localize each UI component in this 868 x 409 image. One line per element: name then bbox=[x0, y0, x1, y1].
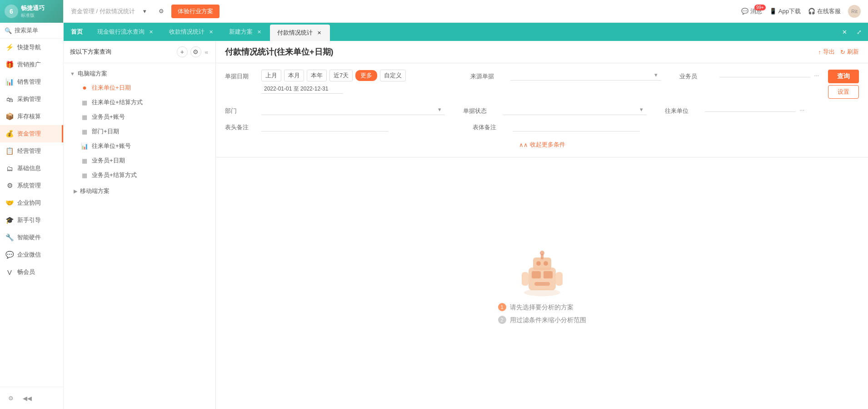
voucher-status-select[interactable]: ▾ bbox=[503, 104, 647, 115]
date-range-input[interactable] bbox=[261, 84, 343, 94]
partner-more-btn[interactable]: ··· bbox=[799, 106, 804, 113]
scheme-item-staff-date[interactable]: ▦ 业务员+日期 bbox=[70, 153, 209, 168]
collapse-more-btn[interactable]: ∧∧ 收起更多条件 bbox=[225, 137, 859, 151]
sidebar-search[interactable]: 🔍 搜索菜单 bbox=[0, 23, 63, 39]
wechat-icon: 💬 bbox=[5, 251, 14, 259]
scheme-item-label: 往来单位+结算方式 bbox=[92, 98, 143, 106]
left-panel-collapse-btn[interactable]: « bbox=[204, 48, 209, 56]
query-button[interactable]: 查询 bbox=[828, 70, 859, 83]
sidebar-item-sales[interactable]: 📊 销售管理 bbox=[0, 73, 63, 91]
breadcrumb-dropdown[interactable]: ▾ bbox=[139, 5, 151, 18]
desktop-scheme-items: ● 往来单位+日期 ▦ 往来单位+结算方式 ▦ 业务员+账号 ▦ bbox=[70, 81, 209, 182]
chevron-up-icon: ∧∧ bbox=[519, 141, 528, 148]
date-btn-last-month[interactable]: 上月 bbox=[261, 70, 281, 81]
staff-select[interactable] bbox=[719, 73, 810, 77]
header-note-input[interactable] bbox=[261, 121, 389, 131]
header-gear-btn[interactable]: ⚙ bbox=[155, 5, 168, 18]
voucher-status-dropdown-icon: ▾ bbox=[640, 106, 643, 113]
mobile-expand-icon: ▶ bbox=[74, 188, 77, 194]
mobile-group-header[interactable]: ▶ 移动端方案 bbox=[70, 184, 209, 198]
export-btn[interactable]: ↑ 导出 bbox=[818, 48, 835, 56]
sidebar-item-hardware[interactable]: 🔧 智能硬件 bbox=[0, 229, 63, 246]
date-btn-last-7days[interactable]: 近7天 bbox=[329, 70, 353, 81]
dept-select[interactable]: ▾ bbox=[261, 104, 445, 115]
svg-rect-7 bbox=[533, 258, 551, 270]
sidebar-item-marketing[interactable]: 🎁 营销推广 bbox=[0, 56, 63, 73]
scheme-item-dept-date[interactable]: ▦ 部门+日期 bbox=[70, 124, 209, 139]
tab-home[interactable]: 首页 bbox=[64, 23, 90, 41]
sidebar-item-label: 营销推广 bbox=[17, 61, 41, 69]
user-profile[interactable]: Rit bbox=[848, 5, 861, 18]
scheme-item-partner-account[interactable]: 📊 往来单位+账号 bbox=[70, 139, 209, 153]
tab-fullscreen[interactable]: ⤢ bbox=[853, 26, 864, 37]
sidebar-item-quick-nav[interactable]: ⚡ 快捷导航 bbox=[0, 39, 63, 56]
sidebar-item-finance[interactable]: 💰 资金管理 bbox=[0, 125, 63, 142]
scheme-group-mobile: ▶ 移动端方案 bbox=[70, 184, 209, 198]
partner-select[interactable] bbox=[705, 108, 796, 112]
main-area: 资金管理 / 付款情况统计 ▾ ⚙ 体验行业方案 💬 消息 99+ 📱 App下… bbox=[64, 0, 868, 409]
sidebar-item-basic[interactable]: 🗂 基础信息 bbox=[0, 160, 63, 177]
left-panel-actions: + ⚙ « bbox=[177, 46, 209, 57]
sidebar-footer-settings[interactable]: ⚙ bbox=[5, 392, 17, 404]
staff-more-btn[interactable]: ··· bbox=[814, 72, 819, 79]
scheme-item-staff-account[interactable]: ▦ 业务员+账号 bbox=[70, 110, 209, 124]
member-icon: V bbox=[5, 268, 14, 276]
tab-payments-close[interactable]: ✕ bbox=[315, 29, 323, 36]
dept-label: 部门 bbox=[225, 104, 261, 115]
date-btn-custom[interactable]: 自定义 bbox=[380, 70, 406, 81]
filter-settings-btn[interactable]: 设置 bbox=[828, 85, 859, 99]
tab-cash-flow-close[interactable]: ✕ bbox=[147, 28, 155, 35]
tab-close-all[interactable]: ✕ bbox=[839, 26, 850, 37]
sidebar-item-purchase[interactable]: 🛍 采购管理 bbox=[0, 91, 63, 108]
sidebar-item-guide[interactable]: 🎓 新手引导 bbox=[0, 212, 63, 229]
scheme-item-staff-settlement[interactable]: ▦ 业务员+结算方式 bbox=[70, 168, 209, 182]
sidebar-item-member[interactable]: V 畅会员 bbox=[0, 263, 63, 281]
date-btn-this-year[interactable]: 本年 bbox=[307, 70, 327, 81]
export-label: 导出 bbox=[823, 48, 835, 56]
enterprise-icon: 🤝 bbox=[5, 199, 14, 207]
partner-settlement-icon: ▦ bbox=[81, 99, 88, 106]
scheme-item-partner-settlement[interactable]: ▦ 往来单位+结算方式 bbox=[70, 95, 209, 110]
sidebar-item-label: 基础信息 bbox=[17, 164, 41, 172]
scheme-settings-btn[interactable]: ⚙ bbox=[190, 46, 201, 57]
body-note-input[interactable] bbox=[513, 121, 640, 131]
tab-new-scheme-close[interactable]: ✕ bbox=[255, 28, 263, 35]
staff-date-icon: ▦ bbox=[81, 157, 88, 164]
date-btn-more[interactable]: 更多 bbox=[355, 70, 377, 81]
app-download-btn[interactable]: 📱 App下载 bbox=[769, 7, 801, 15]
empty-illustration bbox=[513, 240, 572, 301]
trial-button[interactable]: 体验行业方案 bbox=[171, 5, 219, 18]
source-select[interactable]: ▾ bbox=[510, 70, 661, 81]
notifications-btn[interactable]: 💬 消息 99+ bbox=[741, 7, 762, 15]
online-service-btn[interactable]: 🎧 在线客服 bbox=[808, 7, 841, 15]
date-btn-this-month[interactable]: 本月 bbox=[284, 70, 304, 81]
tab-receipts[interactable]: 收款情况统计 ✕ bbox=[162, 23, 222, 41]
sidebar: 6 畅捷通巧 标准版 🔍 搜索菜单 ⚡ 快捷导航 🎁 营销推广 📊 销售管理 🛍… bbox=[0, 0, 64, 409]
scheme-item-partner-date[interactable]: ● 往来单位+日期 bbox=[70, 81, 209, 95]
sidebar-footer-collapse[interactable]: ◀◀ bbox=[21, 392, 34, 404]
marketing-icon: 🎁 bbox=[5, 61, 14, 69]
add-scheme-btn[interactable]: + bbox=[177, 46, 188, 57]
sidebar-nav: ⚡ 快捷导航 🎁 营销推广 📊 销售管理 🛍 采购管理 📦 库存核算 💰 资金管… bbox=[0, 39, 63, 387]
sidebar-item-label: 销售管理 bbox=[17, 78, 41, 86]
tab-cash-flow[interactable]: 现金银行流水查询 ✕ bbox=[90, 23, 162, 41]
quick-nav-icon: ⚡ bbox=[5, 43, 14, 51]
refresh-icon: ↻ bbox=[840, 49, 845, 56]
sidebar-item-label: 采购管理 bbox=[17, 95, 41, 103]
sidebar-footer: ⚙ ◀◀ bbox=[0, 387, 63, 409]
desktop-group-header[interactable]: ▼ 电脑端方案 bbox=[70, 67, 209, 81]
notifications-badge: 99+ bbox=[754, 5, 766, 10]
filter-area: 单据日期 上月 本月 本年 近7天 更多 自定义 来源单据 bbox=[216, 63, 868, 157]
sidebar-item-wechat[interactable]: 💬 企业微信 bbox=[0, 246, 63, 263]
tab-receipts-close[interactable]: ✕ bbox=[207, 28, 215, 35]
sidebar-item-operation[interactable]: 📋 经营管理 bbox=[0, 142, 63, 160]
staff-account-icon: ▦ bbox=[81, 113, 88, 121]
tab-new-scheme[interactable]: 新建方案 ✕ bbox=[222, 23, 270, 41]
sidebar-item-enterprise[interactable]: 🤝 企业协同 bbox=[0, 194, 63, 212]
partner-label: 往来单位 bbox=[665, 104, 701, 115]
refresh-btn[interactable]: ↻ 刷新 bbox=[840, 48, 859, 56]
sidebar-item-inventory[interactable]: 📦 库存核算 bbox=[0, 108, 63, 125]
header-right: 💬 消息 99+ 📱 App下载 🎧 在线客服 Rit bbox=[741, 5, 861, 18]
tab-payments[interactable]: 付款情况统计 ✕ bbox=[270, 25, 330, 41]
sidebar-item-system[interactable]: ⚙ 系统管理 bbox=[0, 177, 63, 194]
